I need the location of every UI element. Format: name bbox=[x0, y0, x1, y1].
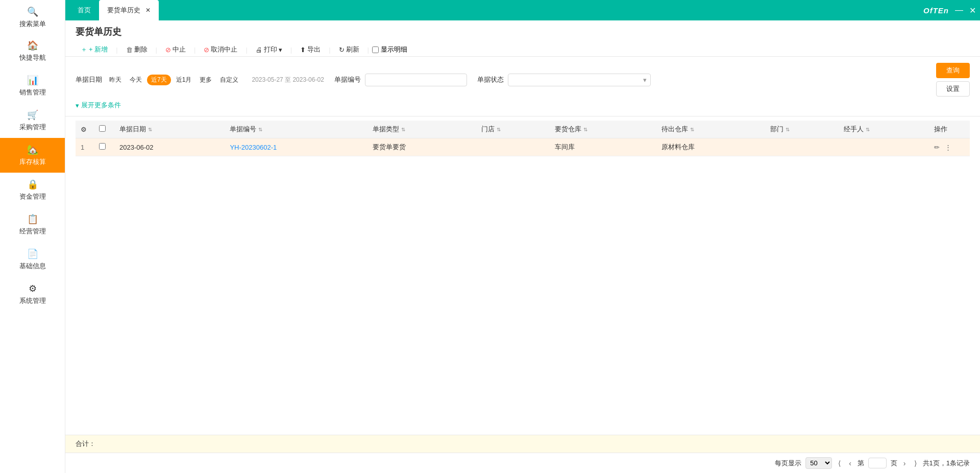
plus-icon: ＋ bbox=[81, 45, 87, 54]
sort-doc-type-icon[interactable]: ⇅ bbox=[401, 127, 405, 132]
sidebar-item-purchase[interactable]: 🛒 采购管理 bbox=[0, 103, 65, 138]
sidebar-item-inventory[interactable]: 🏡 库存核算 bbox=[0, 138, 65, 173]
search-icon: 🔍 bbox=[27, 6, 38, 17]
row-1-doc-no-link[interactable]: YH-20230602-1 bbox=[230, 144, 277, 151]
sidebar-item-basic-info[interactable]: 📄 基础信息 bbox=[0, 242, 65, 277]
doc-no-input[interactable] bbox=[365, 74, 467, 86]
page-label-after: 页 bbox=[891, 459, 897, 468]
prev-page-button[interactable]: ‹ bbox=[847, 458, 853, 468]
table-area: ⚙ 单据日期 ⇅ 单据编号 ⇅ 单据类型 ⇅ bbox=[65, 116, 980, 435]
table-header-row: ⚙ 单据日期 ⇅ 单据编号 ⇅ 单据类型 ⇅ bbox=[76, 121, 970, 138]
sidebar-item-inventory-label: 库存核算 bbox=[19, 157, 46, 167]
sort-dept-icon[interactable]: ⇅ bbox=[786, 127, 790, 132]
new-button[interactable]: ＋ + 新增 bbox=[76, 43, 113, 56]
date-filter-group: 单据日期 昨天 今天 近7天 近1月 更多 自定义 bbox=[76, 75, 241, 85]
minimize-button[interactable]: — bbox=[955, 6, 963, 15]
row-1-more-icon[interactable]: ⋮ bbox=[945, 144, 951, 151]
refresh-button[interactable]: ↻ 刷新 bbox=[334, 43, 364, 56]
sep5: | bbox=[290, 46, 292, 54]
row-1-req-warehouse: 车间库 bbox=[550, 138, 656, 156]
table-row[interactable]: 1 2023-06-02 YH-20230602-1 要货单要货 车间库 原材料… bbox=[76, 138, 970, 156]
sidebar-item-purchase-label: 采购管理 bbox=[19, 123, 46, 132]
sidebar-item-system[interactable]: ⚙ 系统管理 bbox=[0, 277, 65, 312]
query-button[interactable]: 查询 bbox=[936, 63, 970, 78]
first-page-button[interactable]: ⟨ bbox=[836, 458, 843, 468]
col-settings-icon[interactable]: ⚙ bbox=[81, 126, 87, 133]
show-detail-checkbox[interactable] bbox=[372, 46, 379, 53]
print-dropdown-icon: ▾ bbox=[279, 46, 282, 54]
sidebar-item-quick-nav-label: 快捷导航 bbox=[19, 53, 46, 62]
row-1-doc-type: 要货单要货 bbox=[368, 138, 476, 156]
tab-close-icon[interactable]: ✕ bbox=[145, 7, 151, 14]
pagination-bar: 每页显示 50 10 20 100 ⟨ ‹ 第 1 页 › ⟩ 共1页，1条记录 bbox=[65, 453, 980, 473]
sidebar-item-finance-label: 资金管理 bbox=[19, 192, 46, 201]
filter-area: 单据日期 昨天 今天 近7天 近1月 更多 自定义 2023-05-27 至 2… bbox=[65, 57, 980, 116]
date-range-text: 2023-05-27 至 2023-06-02 bbox=[252, 76, 324, 84]
delete-icon: 🗑 bbox=[126, 46, 133, 54]
sidebar-item-finance[interactable]: 🔒 资金管理 bbox=[0, 173, 65, 207]
row-1-checkbox bbox=[94, 138, 114, 156]
tab-requisition-history[interactable]: 要货单历史 ✕ bbox=[99, 0, 159, 20]
last-page-button[interactable]: ⟩ bbox=[912, 458, 919, 468]
col-action: 操作 bbox=[929, 121, 970, 138]
stop-button[interactable]: ⊘ 中止 bbox=[160, 43, 191, 56]
export-button[interactable]: ⬆ 导出 bbox=[295, 43, 326, 56]
date-btn-1month[interactable]: 近1月 bbox=[173, 75, 195, 85]
close-button[interactable]: ✕ bbox=[969, 6, 976, 15]
cancel-stop-icon: ⊘ bbox=[204, 46, 209, 54]
date-btn-yesterday[interactable]: 昨天 bbox=[106, 75, 125, 85]
sidebar-item-basic-info-label: 基础信息 bbox=[19, 262, 46, 271]
next-page-button[interactable]: › bbox=[901, 458, 908, 468]
tab-home[interactable]: 首页 bbox=[69, 0, 99, 20]
sort-pending-warehouse-icon[interactable]: ⇅ bbox=[690, 127, 694, 132]
print-button[interactable]: 🖨 打印 ▾ bbox=[251, 43, 287, 56]
sort-store-icon[interactable]: ⇅ bbox=[497, 127, 501, 132]
col-doc-type: 单据类型 ⇅ bbox=[368, 121, 476, 138]
show-detail-toggle[interactable]: 显示明细 bbox=[372, 45, 407, 54]
filter-row: 单据日期 昨天 今天 近7天 近1月 更多 自定义 2023-05-27 至 2… bbox=[76, 63, 970, 97]
sort-handler-icon[interactable]: ⇅ bbox=[866, 127, 870, 132]
status-input[interactable] bbox=[508, 74, 651, 86]
page-size-select[interactable]: 50 10 20 100 bbox=[805, 457, 832, 469]
settings-button[interactable]: 设置 bbox=[936, 81, 970, 97]
date-range-display: 2023-05-27 至 2023-06-02 bbox=[252, 76, 324, 84]
row-1-edit-icon[interactable]: ✏ bbox=[934, 144, 940, 151]
topbar-right: OfTEn — ✕ bbox=[923, 6, 976, 15]
data-table: ⚙ 单据日期 ⇅ 单据编号 ⇅ 单据类型 ⇅ bbox=[76, 121, 970, 156]
sidebar-item-operations-label: 经营管理 bbox=[19, 227, 46, 236]
sidebar-item-search[interactable]: 🔍 搜索菜单 bbox=[0, 0, 65, 34]
date-btn-custom[interactable]: 自定义 bbox=[217, 75, 241, 85]
export-icon: ⬆ bbox=[300, 46, 306, 54]
sep7: | bbox=[368, 46, 369, 54]
sidebar-item-quick-nav[interactable]: 🏠 快捷导航 bbox=[0, 34, 65, 68]
sidebar-item-sales[interactable]: 📊 销售管理 bbox=[0, 68, 65, 103]
inventory-icon: 🏡 bbox=[27, 144, 38, 155]
current-page-input[interactable]: 1 bbox=[868, 458, 887, 468]
sidebar-item-operations[interactable]: 📋 经营管理 bbox=[0, 207, 65, 242]
delete-button[interactable]: 🗑 删除 bbox=[121, 43, 153, 56]
sort-doc-no-icon[interactable]: ⇅ bbox=[258, 127, 262, 132]
col-checkbox bbox=[94, 121, 114, 138]
col-settings: ⚙ bbox=[76, 121, 94, 138]
sidebar-item-system-label: 系统管理 bbox=[19, 296, 46, 305]
col-doc-no: 单据编号 ⇅ bbox=[225, 121, 368, 138]
sort-req-warehouse-icon[interactable]: ⇅ bbox=[583, 127, 587, 132]
cancel-stop-button[interactable]: ⊘ 取消中止 bbox=[199, 43, 242, 56]
sep4: | bbox=[246, 46, 247, 54]
status-filter-group: 单据状态 ▾ bbox=[477, 74, 651, 86]
date-btn-today[interactable]: 今天 bbox=[127, 75, 145, 85]
sep2: | bbox=[156, 46, 157, 54]
select-all-checkbox[interactable] bbox=[99, 125, 106, 132]
col-doc-date: 单据日期 ⇅ bbox=[114, 121, 225, 138]
page-title: 要货单历史 bbox=[76, 26, 970, 38]
sidebar-item-sales-label: 销售管理 bbox=[19, 88, 46, 97]
row-1-select-checkbox[interactable] bbox=[99, 143, 106, 150]
date-btn-7days[interactable]: 近7天 bbox=[147, 75, 171, 85]
date-btn-more[interactable]: 更多 bbox=[197, 75, 215, 85]
filter-actions: 查询 设置 bbox=[936, 63, 970, 97]
expand-more-btn[interactable]: ▾ 展开更多条件 bbox=[76, 101, 970, 110]
home-icon: 🏠 bbox=[27, 40, 38, 51]
purchase-icon: 🛒 bbox=[27, 109, 38, 121]
summary-label: 合计： bbox=[76, 440, 95, 447]
sort-doc-date-icon[interactable]: ⇅ bbox=[148, 127, 152, 132]
